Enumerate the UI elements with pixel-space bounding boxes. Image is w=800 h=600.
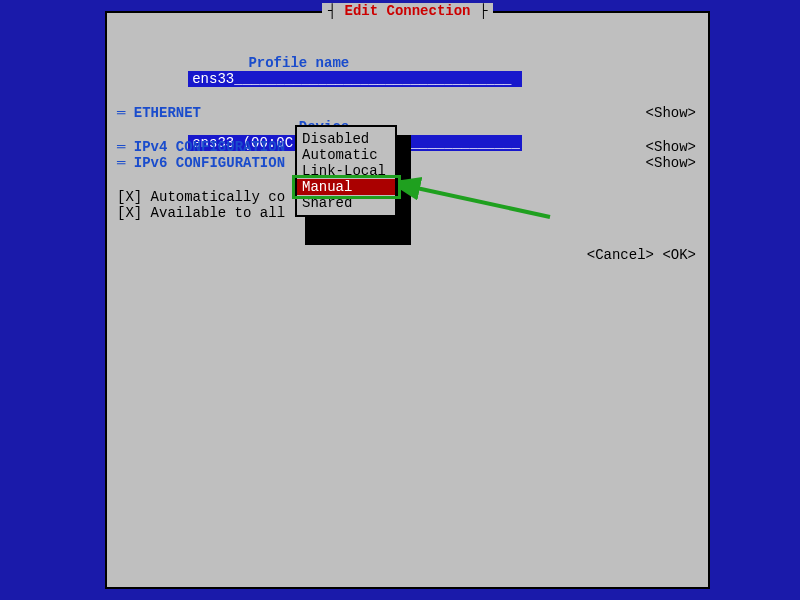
section-ipv6: ═ IPv6 CONFIGURATION [117,155,285,171]
svg-line-0 [412,187,550,217]
menu-item-shared[interactable]: Shared [297,195,395,211]
section-ipv4: ═ IPv4 CONFIGURATION [117,139,285,155]
checkbox-auto-connect[interactable]: [X] Automatically co [117,189,285,205]
row-profile-name: Profile name ens33______________________… [117,39,698,103]
menu-item-automatic[interactable]: Automatic [297,147,395,163]
dialog-buttons: <Cancel> <OK> [587,247,696,263]
section-ethernet: ═ ETHERNET [117,105,201,121]
label-profile-name: Profile name [184,55,349,71]
show-ipv6[interactable]: <Show> [646,155,696,171]
show-ipv4[interactable]: <Show> [646,139,696,155]
cancel-button[interactable]: <Cancel> [587,247,654,263]
screen-background: ┤ Edit Connection ├ Profile name ens33__… [0,0,800,600]
input-profile-name[interactable]: ens33_________________________________ [188,71,522,87]
ok-button[interactable]: <OK> [662,247,696,263]
config-mode-menu[interactable]: Disabled Automatic Link-Local Manual Sha… [295,125,397,217]
arrow-icon [400,167,580,227]
checkbox-available-all[interactable]: [X] Available to all [117,205,285,221]
menu-item-disabled[interactable]: Disabled [297,131,395,147]
menu-item-link-local[interactable]: Link-Local [297,163,395,179]
dialog-content: Profile name ens33______________________… [117,39,698,577]
show-ethernet[interactable]: <Show> [646,105,696,121]
edit-connection-dialog: ┤ Edit Connection ├ Profile name ens33__… [105,11,710,589]
menu-item-manual[interactable]: Manual [297,179,395,195]
dialog-title: ┤ Edit Connection ├ [322,3,494,19]
